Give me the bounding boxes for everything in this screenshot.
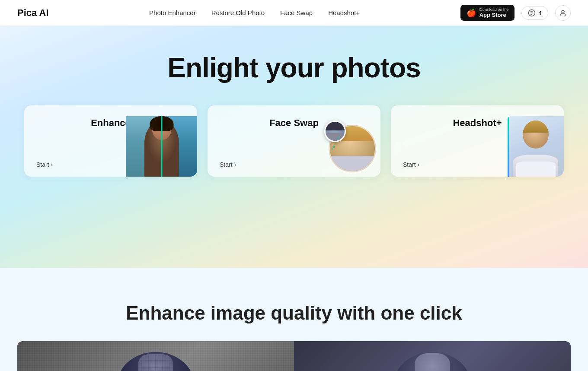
enhanced-half: Enhance: [294, 341, 571, 371]
headshot-card: Headshot+ Start ›: [391, 105, 564, 177]
face-swap-card-image: ↓ ↗: [320, 120, 376, 172]
logo[interactable]: Pica AI: [17, 7, 49, 19]
hero-section: Enlight your photos Enhance Start ›: [0, 26, 588, 268]
enhance-card-image: [126, 116, 197, 177]
nav-restore-old-photo[interactable]: Restore Old Photo: [211, 9, 265, 16]
enhance-card: Enhance Start ›: [24, 105, 197, 177]
nav-face-swap[interactable]: Face Swap: [280, 9, 313, 16]
user-button[interactable]: [555, 5, 571, 21]
apple-icon: 🍎: [467, 8, 476, 18]
cards-row: Enhance Start ›: [17, 105, 571, 177]
nav-headshot-plus[interactable]: Headshot+: [328, 9, 360, 16]
app-store-text: Download on the App Store: [479, 7, 509, 18]
navbar: Pica AI Photo Enhancer Restore Old Photo…: [0, 0, 588, 26]
svg-point-1: [562, 10, 564, 13]
nav-right: 🍎 Download on the App Store 4: [460, 5, 571, 21]
nav-photo-enhancer[interactable]: Photo Enhancer: [149, 9, 196, 16]
app-store-button[interactable]: 🍎 Download on the App Store: [460, 5, 515, 21]
headshot-card-image: [508, 116, 564, 177]
hero-title: Enlight your photos: [17, 52, 571, 84]
original-half: Original: [17, 341, 294, 371]
section2-title: Enhance image quality with one click: [17, 302, 571, 324]
user-icon: [559, 9, 567, 17]
nav-links: Photo Enhancer Restore Old Photo Face Sw…: [149, 9, 360, 16]
credits-icon: [528, 9, 536, 17]
face-swap-card: Face Swap Start ›: [208, 105, 380, 177]
compare-row: Original Enhance: [17, 341, 571, 371]
section2: Enhance image quality with one click Ori…: [0, 268, 588, 371]
credits-button[interactable]: 4: [521, 6, 548, 20]
